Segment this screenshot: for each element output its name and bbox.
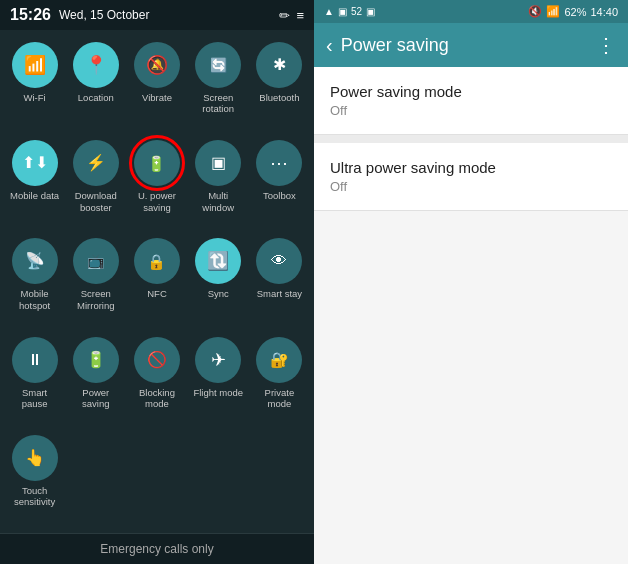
qs-smart-pause[interactable]: ⏸ Smart pause (6, 333, 63, 427)
qs-mirroring-label: Screen Mirroring (69, 288, 122, 311)
right-status-right: 🔇 📶 62% 14:40 (528, 5, 618, 18)
hotspot-icon: 📡 (25, 253, 45, 269)
qs-touch-sensitivity[interactable]: 👆 Touch sensitivity (6, 431, 63, 525)
qs-location[interactable]: 📍 Location (67, 38, 124, 132)
download-icon: ⚡ (86, 155, 106, 171)
smart-pause-icon: ⏸ (27, 352, 43, 368)
touch-icon: 👆 (25, 450, 45, 466)
quick-settings-grid: 📶 Wi-Fi 📍 Location 🔕 Vibrate 🔄 Screen ro… (0, 30, 314, 533)
qs-download-booster[interactable]: ⚡ Download booster (67, 136, 124, 230)
smart-stay-icon: 👁 (271, 253, 287, 269)
qs-blocking-mode[interactable]: 🚫 Blocking mode (128, 333, 185, 427)
right-battery: 62% (564, 6, 586, 18)
qs-mobile-hotspot[interactable]: 📡 Mobile hotspot (6, 234, 63, 328)
qs-nfc-label: NFC (147, 288, 167, 299)
back-button[interactable]: ‹ (326, 34, 333, 57)
right-panel: ▲ ▣ 52 ▣ 🔇 📶 62% 14:40 ‹ Power saving ⋮ … (314, 0, 628, 564)
qs-bluetooth[interactable]: ✱ Bluetooth (251, 38, 308, 132)
qs-toolbox[interactable]: ⋯ Toolbox (251, 136, 308, 230)
qs-smart-pause-label: Smart pause (8, 387, 61, 410)
qs-toolbox-circle: ⋯ (256, 140, 302, 186)
qs-smart-stay[interactable]: 👁 Smart stay (251, 234, 308, 328)
mirroring-icon: 📺 (87, 254, 104, 268)
ultra-power-saving-title: Ultra power saving mode (330, 159, 612, 176)
qs-multi-window-label: Multi window (192, 190, 245, 213)
qs-power-saving[interactable]: 🔋 Power saving (67, 333, 124, 427)
right-page-title: Power saving (341, 35, 588, 56)
qs-screen-mirroring[interactable]: 📺 Screen Mirroring (67, 234, 124, 328)
qs-multi-window[interactable]: ▣ Multi window (190, 136, 247, 230)
private-mode-icon: 🔐 (270, 352, 289, 367)
emergency-text: Emergency calls only (100, 542, 213, 556)
flight-icon: ✈ (211, 351, 226, 369)
qs-mobile-data[interactable]: ⬆⬇ Mobile data (6, 136, 63, 230)
qs-screen-rotation[interactable]: 🔄 Screen rotation (190, 38, 247, 132)
edit-icon: ✏ (279, 8, 290, 23)
qs-sync-label: Sync (208, 288, 229, 299)
signal-icon: ▣ (366, 6, 375, 17)
ultra-power-saving-value: Off (330, 179, 612, 194)
ultra-power-saving-mode-item[interactable]: Ultra power saving mode Off (314, 143, 628, 211)
qs-location-circle: 📍 (73, 42, 119, 88)
qs-sync[interactable]: 🔃 Sync (190, 234, 247, 328)
qs-private-mode[interactable]: 🔐 Private mode (251, 333, 308, 427)
power-saving-mode-value: Off (330, 103, 612, 118)
u-power-saving-icon: 🔋 (147, 156, 166, 171)
blocking-icon: 🚫 (147, 352, 167, 368)
status-time: 15:26 (10, 6, 51, 24)
qs-private-circle: 🔐 (256, 337, 302, 383)
wifi-signal-icon: 📶 (546, 5, 560, 18)
qs-rotation-circle: 🔄 (195, 42, 241, 88)
qs-vibrate-label: Vibrate (142, 92, 172, 103)
right-time: 14:40 (590, 6, 618, 18)
qs-mirroring-circle: 📺 (73, 238, 119, 284)
qs-wifi-circle: 📶 (12, 42, 58, 88)
qs-multi-window-circle: ▣ (195, 140, 241, 186)
right-content: Power saving mode Off Ultra power saving… (314, 67, 628, 564)
qs-u-power-circle: 🔋 (134, 140, 180, 186)
right-header: ‹ Power saving ⋮ (314, 23, 628, 67)
emergency-bar: Emergency calls only (0, 533, 314, 564)
settings-divider (314, 135, 628, 143)
more-options-button[interactable]: ⋮ (596, 33, 616, 57)
bluetooth-icon: ✱ (273, 57, 286, 73)
qs-flight-circle: ✈ (195, 337, 241, 383)
power-saving-mode-item[interactable]: Power saving mode Off (314, 67, 628, 135)
qs-nfc[interactable]: 🔒 NFC (128, 234, 185, 328)
multi-window-icon: ▣ (211, 155, 226, 171)
qs-hotspot-circle: 📡 (12, 238, 58, 284)
left-status-bar: 15:26 Wed, 15 October ✏ ≡ (0, 0, 314, 30)
warning-icon: ▲ (324, 6, 334, 17)
qs-flight-mode[interactable]: ✈ Flight mode (190, 333, 247, 427)
qs-smart-stay-circle: 👁 (256, 238, 302, 284)
vibrate-icon: 🔕 (146, 56, 168, 74)
qs-rotation-label: Screen rotation (192, 92, 245, 115)
menu-icon: ≡ (296, 8, 304, 23)
right-status-icons: ▲ ▣ 52 ▣ (324, 6, 375, 17)
qs-toolbox-label: Toolbox (263, 190, 296, 201)
qs-mobile-data-circle: ⬆⬇ (12, 140, 58, 186)
qs-vibrate[interactable]: 🔕 Vibrate (128, 38, 185, 132)
qs-power-saving-circle: 🔋 (73, 337, 119, 383)
status-date: Wed, 15 October (59, 8, 150, 22)
rotation-icon: 🔄 (210, 58, 227, 72)
power-saving-mode-title: Power saving mode (330, 83, 612, 100)
qs-private-label: Private mode (253, 387, 306, 410)
qs-u-power-label: U. power saving (130, 190, 183, 213)
mute-icon: 🔇 (528, 5, 542, 18)
qs-u-power-saving[interactable]: 🔋 U. power saving (128, 136, 185, 230)
qs-sync-circle: 🔃 (195, 238, 241, 284)
qs-power-saving-label: Power saving (69, 387, 122, 410)
mobile-data-icon: ⬆⬇ (22, 155, 48, 171)
qs-bluetooth-label: Bluetooth (259, 92, 299, 103)
qs-touch-circle: 👆 (12, 435, 58, 481)
sim-icon: ▣ (338, 6, 347, 17)
qs-wifi[interactable]: 📶 Wi-Fi (6, 38, 63, 132)
qs-download-label: Download booster (69, 190, 122, 213)
qs-blocking-label: Blocking mode (130, 387, 183, 410)
left-panel: 15:26 Wed, 15 October ✏ ≡ 📶 Wi-Fi 📍 Loca… (0, 0, 314, 564)
qs-touch-label: Touch sensitivity (8, 485, 61, 508)
qs-vibrate-circle: 🔕 (134, 42, 180, 88)
qs-mobile-data-label: Mobile data (10, 190, 59, 201)
battery-percent: 52 (351, 6, 362, 17)
